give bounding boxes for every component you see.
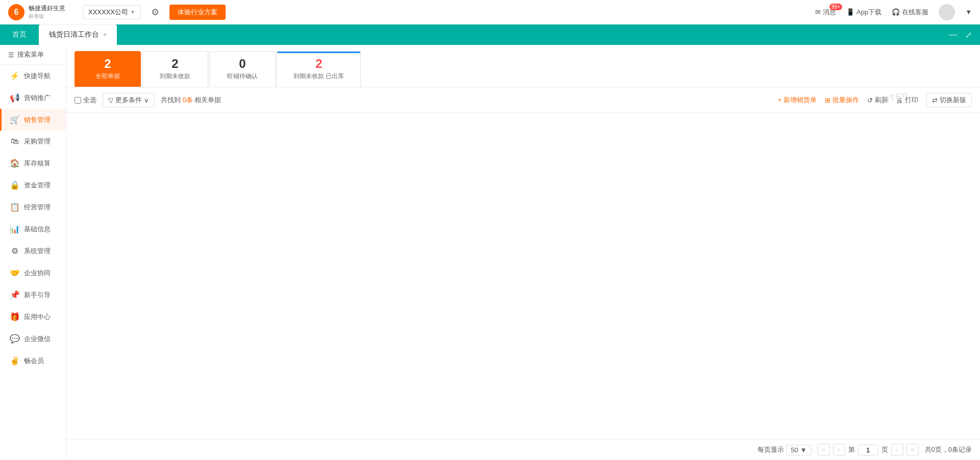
company-chevron-icon: ▼: [130, 9, 135, 15]
switch-new-version-button[interactable]: ⇄ 切换新版: [926, 93, 972, 107]
online-service-button[interactable]: 🎧 在线客服: [892, 8, 928, 17]
print-button[interactable]: 🖨 打印: [896, 95, 918, 105]
status-card-pending[interactable]: 0 旺铺待确认: [209, 51, 276, 87]
operations-icon: 📋: [10, 202, 20, 212]
sidebar-item-sales[interactable]: 🛒 销售管理: [0, 109, 66, 131]
content-area: 2 全部单据 2 到期未收款 0 旺铺待确认 2 到期未收款 已出库: [66, 45, 980, 460]
pagination: 每页显示 50 ▼ « ‹ 第 页 › » 共0页，0条记录: [66, 439, 980, 460]
top-header: 6 畅捷通好生意 标准版 XXXXXX公司 ▼ ⚙ 体验行业方案 ✉ 消息 99…: [0, 0, 980, 25]
sidebar-item-finance[interactable]: 🔒 资金管理: [0, 174, 66, 196]
sidebar-item-operations[interactable]: 📋 经营管理: [0, 196, 66, 218]
print-icon: 🖨: [896, 96, 903, 104]
more-filter-button[interactable]: ▽ 更多条件 ∨: [103, 93, 155, 107]
finance-icon: 🔒: [10, 180, 20, 190]
page-summary: 共0页，0条记录: [925, 445, 972, 454]
batch-icon: ⊞: [825, 96, 830, 104]
sidebar-item-member[interactable]: ✌ 畅会员: [0, 350, 66, 372]
message-badge: 99+: [829, 4, 842, 10]
found-count-text: 共找到 0条 相关单据: [161, 95, 221, 105]
cooperation-icon: 🤝: [10, 268, 20, 278]
page-navigation: « ‹ 第 页 › »: [818, 444, 919, 456]
batch-operation-button[interactable]: ⊞ 批量操作: [825, 95, 859, 105]
toolbar-left: 全选 ▽ 更多条件 ∨ 共找到 0条 相关单据: [75, 93, 221, 107]
main-layout: ☰ 搜索菜单 ⚡ 快捷导航 📢 营销推广 🛒 销售管理 🛍 采购管理 🏠 库存核…: [0, 45, 980, 460]
tab-close-icon[interactable]: ×: [103, 31, 107, 38]
maximize-icon[interactable]: ⤢: [965, 30, 972, 40]
select-all-checkbox[interactable]: 全选: [75, 95, 96, 105]
tab-work-console[interactable]: 钱货日清工作台 ×: [39, 25, 117, 45]
inventory-icon: 🏠: [10, 158, 20, 168]
member-icon: ✌: [10, 356, 20, 366]
first-page-button[interactable]: «: [818, 444, 830, 456]
tab-home[interactable]: 首页: [0, 25, 39, 45]
basic-info-icon: 📊: [10, 224, 20, 234]
try-industry-button[interactable]: 体验行业方案: [169, 5, 226, 20]
logo-area: 6 畅捷通好生意 标准版: [8, 4, 75, 20]
company-selector[interactable]: XXXXXX公司 ▼: [83, 5, 141, 19]
page-number-input[interactable]: [858, 445, 878, 455]
tab-window-actions: — ⤢: [949, 30, 972, 40]
status-card-all[interactable]: 2 全部单据: [75, 51, 141, 87]
wechat-icon: 💬: [10, 334, 20, 344]
filter-icon: ▽: [108, 96, 113, 104]
sidebar-item-inventory[interactable]: 🏠 库存核算: [0, 152, 66, 174]
sidebar-item-basic-info[interactable]: 📊 基础信息: [0, 218, 66, 240]
status-cards: 2 全部单据 2 到期未收款 0 旺铺待确认 2 到期未收款 已出库: [66, 45, 980, 87]
sidebar-item-cooperation[interactable]: 🤝 企业协同: [0, 262, 66, 284]
switch-icon: ⇄: [932, 96, 938, 104]
sidebar-item-app-center[interactable]: 🎁 应用中心: [0, 306, 66, 328]
prev-page-button[interactable]: ‹: [833, 444, 845, 456]
add-sales-order-button[interactable]: + 新增销货单: [778, 95, 817, 105]
sidebar-item-marketing[interactable]: 📢 营销推广: [0, 87, 66, 109]
table-area: [66, 113, 980, 439]
page-size-chevron-icon: ▼: [800, 446, 807, 454]
select-all-input[interactable]: [75, 97, 81, 104]
sales-icon: 🛒: [10, 115, 20, 125]
sidebar-item-wechat[interactable]: 💬 企业微信: [0, 328, 66, 350]
refresh-icon: ↺: [867, 96, 873, 104]
system-icon: ⚙: [10, 246, 20, 256]
app-center-icon: 🎁: [10, 312, 20, 322]
quick-nav-icon: ⚡: [10, 71, 20, 81]
user-avatar[interactable]: [939, 4, 955, 20]
logo-icon: 6: [8, 4, 24, 20]
sidebar: ☰ 搜索菜单 ⚡ 快捷导航 📢 营销推广 🛒 销售管理 🛍 采购管理 🏠 库存核…: [0, 45, 66, 460]
guide-icon: 📌: [10, 290, 20, 300]
toolbar-right: + 新增销货单 ⊞ 批量操作 ↺ 刷新 🖨 打印 ⇄ 切换新版: [778, 93, 972, 107]
app-download-button[interactable]: 📱 App下载: [846, 8, 881, 17]
refresh-button[interactable]: ↺ 刷新: [867, 95, 888, 105]
last-page-button[interactable]: »: [906, 444, 919, 456]
search-icon: ☰: [8, 51, 14, 59]
next-page-button[interactable]: ›: [891, 444, 903, 456]
headset-icon: 🎧: [892, 8, 900, 16]
header-center: XXXXXX公司 ▼ ⚙ 体验行业方案: [75, 4, 815, 20]
page-size-dropdown[interactable]: 50 ▼: [786, 445, 811, 455]
sidebar-item-system[interactable]: ⚙ 系统管理: [0, 240, 66, 262]
sidebar-item-guide[interactable]: 📌 新手引导: [0, 284, 66, 306]
user-name[interactable]: ▼: [965, 8, 972, 16]
message-icon: ✉: [815, 8, 821, 16]
toolbar: 全选 ▽ 更多条件 ∨ 共找到 0条 相关单据 + 新增销货单 ⊞: [66, 88, 980, 113]
message-button[interactable]: ✉ 消息 99+: [815, 8, 836, 17]
header-right: ✉ 消息 99+ 📱 App下载 🎧 在线客服 ▼: [815, 4, 972, 20]
logo-text: 畅捷通好生意 标准版: [29, 5, 65, 19]
minimize-icon[interactable]: —: [949, 30, 957, 40]
page-size-selector: 每页显示 50 ▼: [757, 445, 811, 455]
filter-chevron-icon: ∨: [144, 96, 149, 104]
purchase-icon: 🛍: [10, 137, 20, 146]
search-menu-button[interactable]: ☰ 搜索菜单: [0, 45, 66, 65]
settings-button[interactable]: ⚙: [147, 4, 163, 20]
download-icon: 📱: [846, 8, 854, 16]
status-card-overdue-shipped[interactable]: 2 到期未收款 已出库: [277, 51, 361, 87]
sidebar-item-quick-nav[interactable]: ⚡ 快捷导航: [0, 65, 66, 87]
sidebar-item-purchase[interactable]: 🛍 采购管理: [0, 131, 66, 152]
marketing-icon: 📢: [10, 93, 20, 103]
status-card-overdue[interactable]: 2 到期未收款: [142, 51, 208, 87]
nav-tabs: 首页 钱货日清工作台 × — ⤢: [0, 25, 980, 45]
